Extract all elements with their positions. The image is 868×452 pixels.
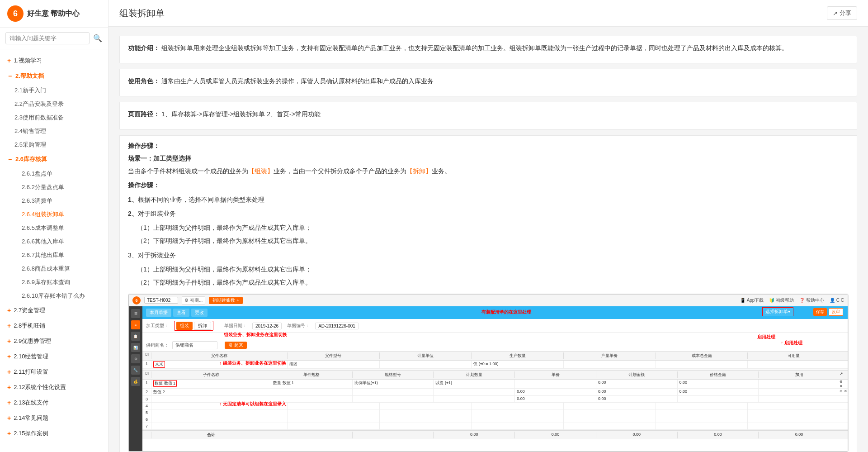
- mock-nav-icon-6[interactable]: 🔧: [131, 366, 140, 375]
- mock-nav-icon-5[interactable]: ⚙: [131, 354, 140, 363]
- search-input[interactable]: [5, 32, 90, 44]
- mock-btd-copy2[interactable]: ⊕: [840, 389, 843, 393]
- sidebar-item-prepare[interactable]: 2.3使用前数据准备: [0, 111, 108, 124]
- search-area: 🔍: [0, 28, 108, 49]
- mock-btd-add6: [748, 416, 840, 423]
- mock-table-header-top: ☑ 父件名称 父件型号 计量单位 生产数量 产量单价 成本总金额 可用量: [142, 352, 848, 361]
- mock-save-btn[interactable]: 保存: [813, 308, 827, 316]
- sidebar-item-purchase[interactable]: 2.5采购管理: [0, 138, 108, 152]
- sidebar-item-install[interactable]: 2.2产品安装及登录: [0, 97, 108, 111]
- path-section: 页面路径： 1、库存核算->库存管理->组装拆卸单 2、首页->常用功能: [119, 102, 857, 129]
- sidebar-item-mobile[interactable]: + 2.8手机旺铺: [0, 318, 108, 333]
- step3-sub1: （1）上部明细为父件明细，最终作为原材料生成其它出库单；: [137, 264, 849, 275]
- mock-btable-row1: 1 数值 数值 1 数量 数值 1 比例单位(±1) 以提 (±1) 0.00: [142, 380, 848, 389]
- sidebar-item-settings[interactable]: + 2.12系统个性化设置: [0, 380, 108, 395]
- sidebar-item-cases[interactable]: + 2.15操作案例: [0, 426, 108, 441]
- steps-title: 操作步骤：: [128, 181, 849, 190]
- mock-tab-monthly[interactable]: 本月单据: [146, 309, 171, 317]
- annotation3-text: 启用处理: [757, 334, 775, 340]
- mock-type-selector-box: 组装 拆卸: [174, 321, 213, 331]
- mock-nav-icon-4[interactable]: 📊: [131, 343, 140, 352]
- mock-nav-icon-3[interactable]: 📋: [131, 332, 140, 341]
- mock-new-account-btn[interactable]: 初期建账数 +: [209, 297, 243, 304]
- sidebar-item-stocktake[interactable]: 2.6.1盘点单: [0, 167, 108, 181]
- mock-td-check[interactable]: 1: [142, 361, 151, 368]
- mock-child-name-redbox[interactable]: 数值 数值 1: [153, 380, 177, 387]
- mock-btd-spec4: [288, 403, 380, 409]
- mock-btd-check6[interactable]: 6: [142, 416, 151, 423]
- sidebar-item-videos[interactable]: + 1.视频学习: [0, 53, 108, 68]
- sidebar-item-sales[interactable]: 2.4销售管理: [0, 124, 108, 138]
- mock-btd-qty7: [472, 423, 564, 429]
- collapse-icon: −: [7, 72, 13, 80]
- mock-btd-price3: 0.00: [515, 396, 596, 402]
- assembly-link[interactable]: 【组装】: [248, 167, 274, 175]
- mock-refresh[interactable]: ⚙ 初期...: [182, 296, 205, 305]
- mock-disassembly-btn[interactable]: 拆卸: [194, 322, 211, 330]
- sidebar-item-newcomer[interactable]: 2.1新手入门: [0, 84, 108, 97]
- search-button[interactable]: 🔍: [91, 32, 104, 44]
- mock-btd-spec2: [271, 389, 353, 395]
- mock-assembly-btn[interactable]: 组装: [176, 322, 193, 330]
- mock-cancel-btn[interactable]: 反审: [829, 308, 843, 316]
- mock-parent-input-redbox[interactable]: 来米: [153, 361, 165, 368]
- mock-btd-del2[interactable]: ✕: [844, 389, 847, 393]
- sidebar-item-label: 2.8手机旺铺: [14, 322, 45, 330]
- step2: 2、对于组装业务: [128, 208, 849, 219]
- share-button[interactable]: ↗ 分享: [827, 6, 857, 20]
- mock-btd-copy1[interactable]: ⊕: [840, 380, 848, 384]
- mock-tab-view[interactable]: 查看: [173, 309, 189, 317]
- mock-btd-name5: [151, 409, 288, 416]
- sidebar-item-finance[interactable]: + 2.7资金管理: [0, 303, 108, 318]
- mock-btd-check7[interactable]: 7: [142, 423, 151, 429]
- sidebar-item-costcalc[interactable]: 2.6.8商品成本重算: [0, 262, 108, 276]
- mock-apply-btn[interactable]: 引 起来: [225, 342, 247, 349]
- sidebar-item-docs[interactable]: − 2.帮助文档: [0, 68, 108, 84]
- mock-table-row-top: 1 来米 组团 仅 (±0 = 1.00): [142, 361, 848, 369]
- expand-icon: +: [7, 57, 11, 64]
- sidebar-item-transfer[interactable]: 2.6.3调拨单: [0, 194, 108, 208]
- mock-logo: 6: [132, 296, 141, 305]
- mock-nav-icon-2[interactable]: ≡: [131, 320, 140, 329]
- step2-sub2: （2）下部明细为子件明细，最终作为原材料生成其它出库单。: [137, 235, 849, 247]
- mock-btd-check4[interactable]: 4: [142, 403, 151, 409]
- sidebar-item-otherin[interactable]: 2.6.6其他入库单: [0, 235, 108, 248]
- mock-btd-check5[interactable]: 5: [142, 409, 151, 416]
- sidebar-item-inventory[interactable]: − 2.6库存核算: [0, 152, 108, 167]
- sidebar-item-faq[interactable]: + 2.14常见问题: [0, 410, 108, 426]
- mock-btd-add7: [748, 423, 840, 429]
- mock-td-unit: [380, 361, 472, 368]
- mock-btd-model5: [380, 409, 472, 416]
- sidebar-item-print[interactable]: + 2.11打印设置: [0, 364, 108, 380]
- mock-tenant-selector[interactable]: TEST-H002: [144, 297, 178, 304]
- sidebar-item-assembly[interactable]: 2.6.4组装拆卸单: [0, 208, 108, 221]
- mock-btd-del1[interactable]: ✕: [840, 384, 848, 388]
- disassembly-link[interactable]: 【拆卸】: [406, 167, 432, 175]
- sidebar-item-otherout[interactable]: 2.6.7其他出库单: [0, 248, 108, 262]
- mock-label-date: 单据日期：: [224, 323, 247, 329]
- mock-btd-price2: 0.00: [515, 389, 596, 395]
- mock-assembly-toggle-box[interactable]: 选择拆卸单▾: [762, 307, 793, 316]
- mock-btd-check2[interactable]: 2: [142, 389, 151, 395]
- mock-tab-edit[interactable]: 更改: [191, 309, 208, 317]
- sidebar-item-ops[interactable]: + 2.10经营管理: [0, 349, 108, 364]
- sidebar-item-payment[interactable]: + 2.13在线支付: [0, 395, 108, 410]
- mock-nav-icon-1[interactable]: ☰: [131, 309, 140, 318]
- sidebar-item-accounterr[interactable]: 2.6.10库存账本错了么办: [0, 289, 108, 303]
- mock-bth-planned-amount: 计划金额: [596, 371, 678, 378]
- sidebar-item-label: 2.6库存核算: [15, 155, 47, 163]
- mock-btd-check1[interactable]: 1: [142, 380, 151, 388]
- sidebar-item-label: 2.14常见问题: [14, 414, 48, 422]
- mock-btd-check3[interactable]: 3: [142, 396, 151, 402]
- sidebar-item-coupon[interactable]: + 2.9优惠券管理: [0, 333, 108, 349]
- sidebar-item-partial[interactable]: 2.6.2分量盘点单: [0, 181, 108, 194]
- expand-icon: +: [7, 353, 11, 360]
- mock-nav-icon-7[interactable]: 💰: [131, 377, 140, 386]
- mock-btd-name6: [151, 416, 288, 423]
- mock-supplier-input[interactable]: 供销商名: [172, 341, 217, 349]
- mock-toolbar: 本月单据 查看 更改 选择拆卸单▾ 保存 反审: [142, 306, 848, 319]
- sidebar-item-costadj[interactable]: 2.6.5成本调整单: [0, 221, 108, 235]
- sidebar-item-stockcheck[interactable]: 2.6.9库存账本查询: [0, 276, 108, 289]
- expand-icon: +: [7, 307, 11, 314]
- mock-footer-add: 0.00: [759, 432, 840, 438]
